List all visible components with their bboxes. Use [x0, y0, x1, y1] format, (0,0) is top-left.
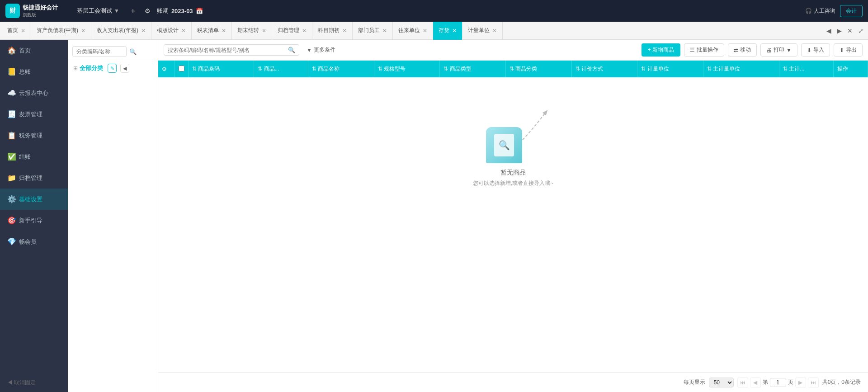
sidebar-icon-ledger: 📒 [7, 67, 15, 76]
sidebar-item-archive[interactable]: 📁归档管理 [0, 167, 68, 189]
move-icon: ⇄ [734, 47, 738, 53]
category-panel: 🔍 ⊞ 全部分类 ✎ ◀ [68, 40, 158, 392]
tab-close-icon[interactable]: ✕ [382, 28, 387, 34]
table-wrapper: ⚙ ⇅ 商品条码 ⇅ 商品... ⇅ 商品名称 ⇅ 规格型号 ⇅ 商品类型 ⇅ … [158, 61, 868, 392]
tab-close-icon[interactable]: ✕ [302, 28, 307, 34]
tab-期末结转[interactable]: 期末结转✕ [232, 22, 272, 40]
tab-归档管理[interactable]: 归档管理✕ [272, 22, 312, 40]
sidebar-item-settings[interactable]: ⚙️基础设置 [0, 189, 68, 210]
sidebar-item-home[interactable]: 🏠首页 [0, 40, 68, 61]
tab-计量单位[interactable]: 计量单位✕ [462, 22, 503, 40]
unpin-button[interactable]: ◀ 取消固定 [0, 373, 68, 392]
tab-收入支出表(年报)[interactable]: 收入支出表(年报)✕ [91, 22, 151, 40]
per-page-select[interactable]: 50 20 100 [709, 378, 734, 387]
next-page-button[interactable]: ▶ [795, 377, 806, 388]
sidebar-item-tax[interactable]: 📋税务管理 [0, 125, 68, 146]
th-type[interactable]: ⇅ 商品类型 [440, 61, 506, 77]
sidebar-label-guide: 新手引导 [19, 217, 42, 225]
tab-close-icon[interactable]: ✕ [181, 28, 186, 34]
empty-state: 🔍 暂无商品 您可以选择新增,或者直接导入哦~ [158, 77, 868, 214]
batch-button[interactable]: ☰ 批量操作 [684, 43, 724, 57]
sidebar-item-reports[interactable]: ☁️云报表中心 [0, 82, 68, 104]
sidebar-icon-reports: ☁️ [7, 89, 15, 97]
calendar-icon[interactable]: 📅 [196, 8, 203, 14]
last-page-button[interactable]: ⏭ [808, 377, 819, 388]
sidebar-item-invoice[interactable]: 🧾发票管理 [0, 104, 68, 125]
th-checkbox[interactable] [175, 61, 188, 77]
page-total: 共0页，0条记录 [822, 378, 861, 386]
tab-close-icon[interactable]: ✕ [262, 28, 266, 34]
tab-往来单位[interactable]: 往来单位✕ [393, 22, 433, 40]
empty-text-secondary: 您可以选择新增,或者直接导入哦~ [473, 179, 553, 187]
sidebar-item-settle[interactable]: ✅结账 [0, 146, 68, 167]
tab-close-icon[interactable]: ✕ [423, 28, 427, 34]
th-category[interactable]: ⇅ 商品分类 [505, 61, 571, 77]
company-selector[interactable]: 基层工会测试 ▼ [73, 5, 123, 17]
first-page-button[interactable]: ⏮ [737, 377, 748, 388]
tab-首页[interactable]: 首页✕ [2, 22, 31, 40]
sidebar-label-invoice: 发票管理 [19, 110, 42, 118]
tab-close-all-button[interactable]: ✕ [844, 27, 855, 34]
tab-税表清单[interactable]: 税表清单✕ [192, 22, 232, 40]
search-icon[interactable]: 🔍 [288, 47, 295, 53]
tab-存货[interactable]: 存货✕ [433, 22, 462, 40]
th-spec[interactable]: ⇅ 规格型号 [374, 61, 440, 77]
filter-icon: ▼ [307, 47, 312, 53]
batch-icon: ☰ [690, 47, 695, 53]
prev-page-button[interactable]: ◀ [750, 377, 761, 388]
tab-close-icon[interactable]: ✕ [21, 28, 25, 34]
sidebar-icon-guide: 🎯 [7, 216, 15, 225]
toolbar: 🔍 ▼ 更多条件 + 新增商品 ☰ 批量操作 ⇄ [158, 40, 868, 61]
th-code[interactable]: ⇅ 商品... [254, 61, 308, 77]
top-bar: 财 畅捷通好会计 旗舰版 基层工会测试 ▼ ＋ ⚙ 账期 2023-03 📅 🎧… [0, 0, 868, 22]
th-pricing[interactable]: ⇅ 计价方式 [571, 61, 637, 77]
table-scroll[interactable]: ⚙ ⇅ 商品条码 ⇅ 商品... ⇅ 商品名称 ⇅ 规格型号 ⇅ 商品类型 ⇅ … [158, 61, 868, 372]
tab-close-icon[interactable]: ✕ [452, 28, 457, 34]
settings-icon[interactable]: ⚙ [143, 5, 152, 16]
category-edit-button[interactable]: ✎ [108, 64, 117, 73]
import-button[interactable]: ⬇ 导入 [801, 43, 830, 57]
tab-模版设计[interactable]: 模版设计✕ [151, 22, 192, 40]
sidebar-item-guide[interactable]: 🎯新手引导 [0, 210, 68, 231]
tab-next-button[interactable]: ▶ [834, 27, 844, 34]
th-extra[interactable]: ⇅ 主计... [779, 61, 834, 77]
tab-close-icon[interactable]: ✕ [141, 28, 146, 34]
add-company-button[interactable]: ＋ [127, 5, 138, 18]
inner-layout: 🔍 ⊞ 全部分类 ✎ ◀ 🔍 ▼ [68, 40, 868, 392]
search-box: 🔍 [164, 44, 299, 56]
move-button[interactable]: ⇄ 移动 [728, 43, 757, 57]
sidebar-item-member[interactable]: 💎畅会员 [0, 231, 68, 252]
sidebar-label-member: 畅会员 [19, 238, 37, 246]
consult-button[interactable]: 🎧 人工咨询 [805, 7, 835, 15]
th-settings[interactable]: ⚙ [158, 61, 175, 77]
select-all-checkbox[interactable] [179, 66, 184, 71]
print-button[interactable]: 🖨 打印 ▼ [760, 43, 797, 57]
tab-expand-button[interactable]: ⤢ [855, 27, 866, 34]
search-input[interactable] [168, 47, 285, 53]
sidebar-item-ledger[interactable]: 📒总账 [0, 61, 68, 82]
tab-科目期初[interactable]: 科目期初✕ [312, 22, 353, 40]
category-search-icon[interactable]: 🔍 [129, 48, 137, 55]
th-unit[interactable]: ⇅ 计量单位 [637, 61, 703, 77]
export-button[interactable]: ⬆ 导出 [834, 43, 863, 57]
category-all-item[interactable]: ⊞ 全部分类 ✎ ◀ [68, 60, 158, 76]
tab-close-icon[interactable]: ✕ [492, 28, 497, 34]
th-main-unit[interactable]: ⇅ 主计量单位 [703, 61, 779, 77]
tab-close-icon[interactable]: ✕ [342, 28, 347, 34]
filter-button[interactable]: ▼ 更多条件 [303, 44, 339, 56]
tab-资产负债表(中期)[interactable]: 资产负债表(中期)✕ [31, 22, 91, 40]
right-panel: 🔍 ▼ 更多条件 + 新增商品 ☰ 批量操作 ⇄ [158, 40, 868, 392]
tab-部门员工[interactable]: 部门员工✕ [353, 22, 393, 40]
th-barcode[interactable]: ⇅ 商品条码 [188, 61, 254, 77]
category-search-input[interactable] [72, 46, 127, 57]
tab-close-icon[interactable]: ✕ [81, 28, 85, 34]
account-button[interactable]: 会计 [840, 5, 863, 17]
category-collapse-button[interactable]: ◀ [120, 64, 129, 73]
page-number-input[interactable] [770, 378, 786, 387]
tab-prev-button[interactable]: ◀ [824, 27, 834, 34]
tab-close-icon[interactable]: ✕ [222, 28, 226, 34]
th-action: 操作 [833, 61, 868, 77]
add-product-button[interactable]: + 新增商品 [642, 43, 680, 57]
th-name[interactable]: ⇅ 商品名称 [308, 61, 374, 77]
pagination-nav: ⏮ ◀ 第 页 ▶ ⏭ [737, 377, 819, 388]
